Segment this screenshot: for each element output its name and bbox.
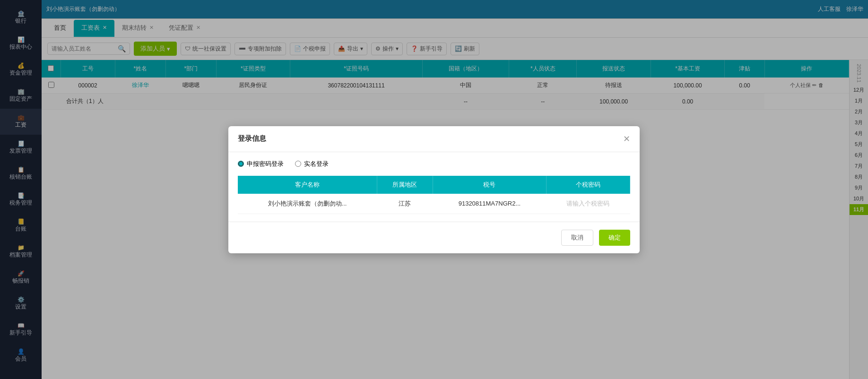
modal-client-name: 刘小艳演示账套（勿删勿动... bbox=[238, 194, 377, 214]
modal-overlay: 登录信息 ✕ 申报密码登录 实名登录 bbox=[0, 0, 868, 379]
modal-col-region: 所属地区 bbox=[377, 176, 433, 194]
modal-data-table: 客户名称 所属地区 税号 个税密码 刘小艳演示账套（勿删勿动... 江苏 913… bbox=[238, 176, 630, 214]
confirm-button[interactable]: 确定 bbox=[599, 230, 630, 246]
radio-realname-login[interactable]: 实名登录 bbox=[295, 160, 329, 168]
modal-tax-id: 91320811MA7NGR2... bbox=[433, 194, 547, 214]
login-info-modal: 登录信息 ✕ 申报密码登录 实名登录 bbox=[228, 126, 640, 253]
radio-password-input[interactable] bbox=[238, 161, 244, 167]
radio-realname-input[interactable] bbox=[295, 161, 301, 167]
cancel-button[interactable]: 取消 bbox=[561, 230, 593, 246]
password-placeholder: 请输入个税密码 bbox=[566, 200, 609, 207]
radio-password-login[interactable]: 申报密码登录 bbox=[238, 160, 284, 168]
modal-header: 登录信息 ✕ bbox=[228, 126, 640, 152]
login-type-radio-group: 申报密码登录 实名登录 bbox=[238, 160, 630, 168]
modal-table-row: 刘小艳演示账套（勿删勿动... 江苏 91320811MA7NGR2... 请输… bbox=[238, 194, 630, 214]
modal-title: 登录信息 bbox=[238, 134, 266, 143]
modal-region: 江苏 bbox=[377, 194, 433, 214]
modal-password-cell[interactable]: 请输入个税密码 bbox=[546, 194, 630, 214]
modal-col-tax-id: 税号 bbox=[433, 176, 547, 194]
modal-col-client-name: 客户名称 bbox=[238, 176, 377, 194]
modal-close-button[interactable]: ✕ bbox=[623, 134, 630, 144]
modal-col-password: 个税密码 bbox=[546, 176, 630, 194]
modal-body: 申报密码登录 实名登录 客户名称 所属地区 税号 个税密码 bbox=[228, 152, 640, 222]
modal-footer: 取消 确定 bbox=[228, 222, 640, 253]
